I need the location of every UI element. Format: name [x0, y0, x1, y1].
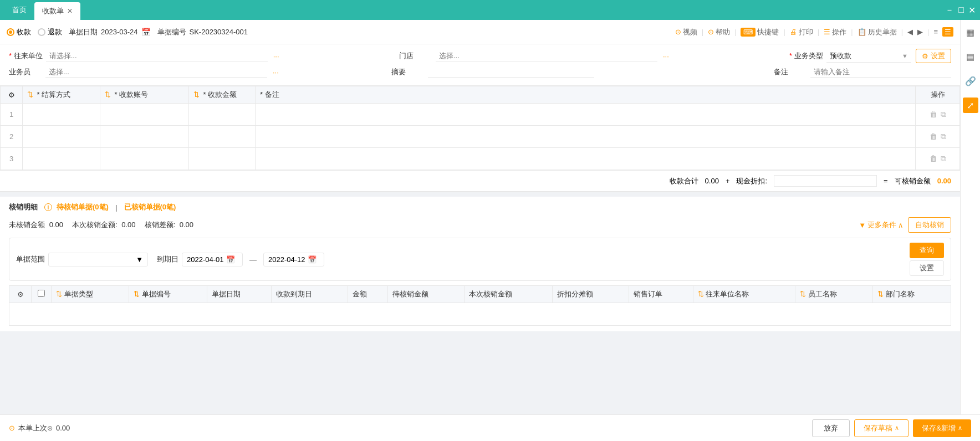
video-label: 视频 — [683, 27, 697, 37]
abandon-btn[interactable]: 放弃 — [812, 419, 850, 437]
tab-home[interactable]: 首页 — [4, 0, 34, 20]
tab-close-icon[interactable]: ✕ — [67, 7, 73, 15]
dt-sort-counterpart-icon[interactable]: ⇅ — [698, 290, 704, 298]
calendar-to-icon[interactable]: 📅 — [308, 255, 317, 264]
bottom-current-label: 本单上次⊙ — [18, 423, 53, 433]
table-row: 1 🗑 ⧉ — [1, 104, 960, 126]
settle-method-cell[interactable] — [23, 148, 100, 170]
unverified-value: 0.00 — [49, 221, 63, 229]
col-account-sort-icon[interactable]: ⇅ — [105, 90, 111, 99]
counterpart-input[interactable] — [46, 50, 268, 61]
print-btn[interactable]: 🖨 打印 — [790, 27, 813, 37]
nav-left-icon[interactable]: ◀ — [907, 28, 913, 36]
query-btn[interactable]: 查询 — [910, 243, 944, 258]
data-table: ⚙ ⇅ 单据类型 ⇅ 单据编号 单据日期 收款到期日 金额 待 — [9, 285, 951, 326]
video-btn[interactable]: ⊙ 视频 — [675, 27, 697, 37]
tab-bar: 首页 收款单 ✕ － □ ✕ — [0, 0, 980, 20]
dt-sort-no-icon[interactable]: ⇅ — [134, 290, 140, 298]
dt-col-pending: 待核销金额 — [387, 286, 464, 303]
window-minimize-icon[interactable]: － — [945, 4, 954, 16]
radio-refund[interactable]: 退款 — [38, 27, 62, 37]
delete-icon[interactable]: 🗑 — [930, 110, 937, 119]
bill-no-field: 单据编号 SK-20230324-001 — [157, 27, 248, 37]
more-conditions-btn[interactable]: ▼ 更多条件 ∧ — [859, 220, 904, 230]
dt-col-settings[interactable]: ⚙ — [9, 286, 32, 303]
dt-sort-type-icon[interactable]: ⇅ — [56, 290, 62, 298]
window-close-icon[interactable]: ✕ — [968, 5, 976, 16]
dt-sort-employee-icon[interactable]: ⇅ — [800, 290, 806, 298]
sidebar-list-icon[interactable]: ▤ — [963, 49, 978, 64]
copy-icon[interactable]: ⧉ — [941, 132, 946, 141]
verify-info-icon[interactable]: i — [44, 203, 52, 211]
form-row-1: 往来单位 ··· 门店 ··· 业务类型 预收款 ▼ ⚙ 设置 — [9, 49, 951, 63]
account-cell[interactable] — [100, 104, 189, 126]
amount-cell[interactable] — [189, 148, 256, 170]
col-settle-sort-icon[interactable]: ⇅ — [27, 90, 33, 99]
save-new-btn[interactable]: 保存&新增 ∧ — [913, 419, 971, 437]
auto-verify-btn[interactable]: 自动核销 — [908, 217, 951, 233]
store-more-icon[interactable]: ··· — [663, 52, 669, 60]
filter-settings-btn[interactable]: 设置 — [910, 260, 944, 276]
amount-cell[interactable] — [189, 126, 256, 148]
salesperson-input[interactable] — [45, 66, 267, 78]
settings-label: 设置 — [931, 51, 945, 61]
store-input[interactable] — [436, 50, 657, 61]
calendar-icon[interactable]: 📅 — [141, 28, 151, 37]
help-btn[interactable]: ⊙ 帮助 — [708, 27, 730, 37]
form-settings-btn[interactable]: ⚙ 设置 — [916, 49, 951, 63]
nav-right-icon[interactable]: ▶ — [917, 28, 923, 36]
settle-method-cell[interactable] — [23, 126, 100, 148]
tab-receipt[interactable]: 收款单 ✕ — [34, 2, 80, 20]
layout2-icon[interactable]: ☰ — [942, 27, 953, 37]
dt-sort-dept-icon[interactable]: ⇅ — [877, 290, 884, 298]
window-maximize-icon[interactable]: □ — [958, 5, 964, 15]
date-from-input[interactable]: 2022-04-01 📅 — [182, 253, 243, 266]
col-settings-header[interactable]: ⚙ — [1, 86, 23, 104]
operation-icon: ☰ — [824, 28, 830, 36]
delete-icon[interactable]: 🗑 — [930, 132, 937, 141]
discount-input[interactable] — [774, 175, 877, 187]
calendar-from-icon[interactable]: 📅 — [226, 255, 235, 264]
date-to-input[interactable]: 2022-04-12 📅 — [263, 253, 324, 266]
tab-pending[interactable]: 待核销单据(0笔) — [57, 202, 109, 212]
bill-date-value: 2023-03-24 — [101, 28, 138, 36]
counterpart-more-icon[interactable]: ··· — [273, 52, 279, 60]
account-cell[interactable] — [100, 126, 189, 148]
delete-icon[interactable]: 🗑 — [930, 154, 937, 163]
save-draft-btn[interactable]: 保存草稿 ∧ — [854, 419, 908, 437]
range-select[interactable]: ▼ — [48, 253, 148, 266]
sidebar-table-icon[interactable]: ▦ — [963, 24, 978, 40]
shortcut-btn[interactable]: ⌨ 快捷键 — [741, 27, 779, 37]
operation-btn[interactable]: ☰ 操作 — [824, 27, 846, 37]
total-value: 0.00 — [705, 177, 719, 185]
amount-cell[interactable] — [189, 104, 256, 126]
salesperson-field: 业务员 ··· — [9, 66, 391, 78]
help-label: 帮助 — [716, 27, 730, 37]
dt-col-checkbox[interactable] — [32, 286, 52, 303]
remark-cell[interactable] — [256, 148, 916, 170]
account-cell[interactable] — [100, 148, 189, 170]
sidebar-link-icon[interactable]: 🔗 — [963, 73, 978, 89]
salesperson-more-icon[interactable]: ··· — [273, 68, 279, 76]
settle-method-cell[interactable] — [23, 104, 100, 126]
col-account-header: ⇅ * 收款账号 — [100, 86, 189, 104]
history-btn[interactable]: 📋 历史单据 — [858, 27, 897, 37]
help-icon: ⊙ — [708, 28, 714, 36]
remark-cell[interactable] — [256, 126, 916, 148]
toolbar-actions: ⊙ 视频 | ⊙ 帮助 | ⌨ 快捷键 | 🖨 打印 | ☰ 操作 — [675, 27, 953, 37]
remark-cell[interactable] — [256, 104, 916, 126]
col-amount-sort-icon[interactable]: ⇅ — [193, 90, 200, 99]
biz-type-select[interactable]: 预收款 ▼ — [826, 50, 911, 63]
sidebar-expand-icon[interactable]: ⤢ — [963, 98, 978, 113]
copy-icon[interactable]: ⧉ — [941, 154, 946, 163]
layout1-icon[interactable]: ≡ — [933, 28, 938, 36]
summary-input[interactable] — [428, 66, 594, 78]
copy-icon[interactable]: ⧉ — [941, 110, 946, 119]
row-num: 2 — [1, 126, 23, 148]
radio-receipt[interactable]: 收款 — [7, 27, 31, 37]
remark-input[interactable] — [810, 66, 951, 78]
select-all-checkbox[interactable] — [38, 290, 45, 297]
remark-field: 备注 — [774, 66, 951, 78]
bottom-current-value: 0.00 — [56, 424, 70, 432]
tab-done[interactable]: 已核销单据(0笔) — [124, 202, 176, 212]
